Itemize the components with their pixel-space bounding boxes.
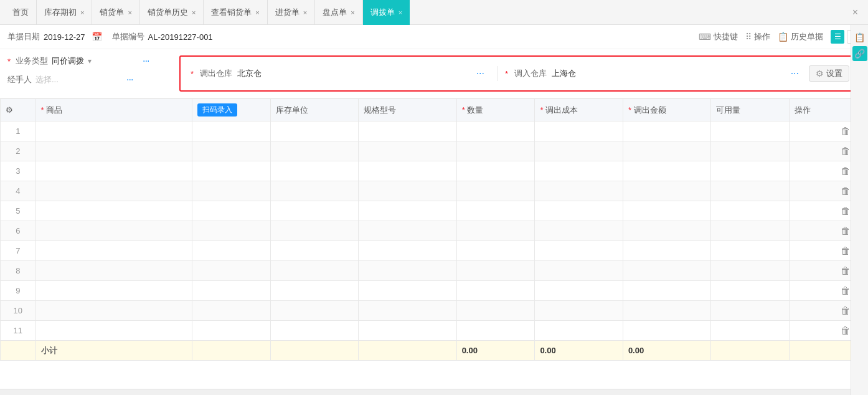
shortcuts-button[interactable]: ⌨ 快捷键 xyxy=(699,31,738,42)
row-8-qty[interactable] xyxy=(456,261,535,281)
row-6-qty[interactable] xyxy=(456,221,535,241)
tab-home[interactable]: 首页 xyxy=(5,0,37,25)
row-9-spec[interactable] xyxy=(359,281,456,301)
close-icon[interactable]: × xyxy=(128,9,131,16)
sidebar-notes-icon[interactable]: 📋 xyxy=(852,30,867,45)
delete-icon[interactable]: 🗑 xyxy=(841,226,851,237)
row-1-spec[interactable] xyxy=(359,121,456,141)
close-icon[interactable]: × xyxy=(192,9,196,16)
delete-icon[interactable]: 🗑 xyxy=(841,126,851,137)
row-3-available[interactable] xyxy=(711,161,790,181)
close-icon[interactable]: × xyxy=(399,9,402,16)
row-10-scan[interactable] xyxy=(192,301,271,321)
row-2-cost[interactable] xyxy=(535,141,623,161)
tab-inventory[interactable]: 库存期初 × xyxy=(37,0,92,25)
row-9-amount[interactable] xyxy=(623,281,711,301)
row-8-unit[interactable] xyxy=(270,261,359,281)
row-3-spec[interactable] xyxy=(359,161,456,181)
row-6-cost[interactable] xyxy=(535,221,623,241)
horizontal-scrollbar[interactable] xyxy=(0,389,868,395)
row-4-scan[interactable] xyxy=(192,181,271,201)
row-3-amount[interactable] xyxy=(623,161,711,181)
row-2-unit[interactable] xyxy=(270,141,359,161)
row-6-scan[interactable] xyxy=(192,221,271,241)
delete-icon[interactable]: 🗑 xyxy=(841,166,851,177)
handler-more-button[interactable]: ··· xyxy=(126,74,133,85)
row-8-product[interactable] xyxy=(35,261,192,281)
row-5-available[interactable] xyxy=(711,201,790,221)
actions-button[interactable]: ⠿ 操作 xyxy=(745,31,770,42)
tab-purchase[interactable]: 进货单 × xyxy=(268,0,315,25)
row-7-scan[interactable] xyxy=(192,241,271,261)
row-2-available[interactable] xyxy=(711,141,790,161)
delete-icon[interactable]: 🗑 xyxy=(841,285,851,297)
row-7-amount[interactable] xyxy=(623,241,711,261)
close-icon[interactable]: × xyxy=(255,9,259,16)
row-10-qty[interactable] xyxy=(456,301,535,321)
layout-list-icon[interactable]: ☰ xyxy=(831,30,844,44)
sidebar-link-icon[interactable]: 🔗 xyxy=(852,46,867,61)
row-4-qty[interactable] xyxy=(456,181,535,201)
row-7-unit[interactable] xyxy=(270,241,359,261)
row-11-qty[interactable] xyxy=(456,321,535,341)
row-11-product[interactable] xyxy=(35,321,192,341)
row-11-unit[interactable] xyxy=(270,321,359,341)
row-10-product[interactable] xyxy=(35,301,192,321)
row-8-available[interactable] xyxy=(711,261,790,281)
row-3-cost[interactable] xyxy=(535,161,623,181)
business-more-button[interactable]: ··· xyxy=(143,55,149,67)
row-11-scan[interactable] xyxy=(192,321,271,341)
history-button[interactable]: 📋 历史单据 xyxy=(778,31,823,42)
row-5-spec[interactable] xyxy=(359,201,456,221)
row-5-cost[interactable] xyxy=(535,201,623,221)
row-1-unit[interactable] xyxy=(270,121,359,141)
row-10-cost[interactable] xyxy=(535,301,623,321)
row-1-product[interactable] xyxy=(35,121,192,141)
row-7-qty[interactable] xyxy=(456,241,535,261)
row-1-cost[interactable] xyxy=(535,121,623,141)
row-8-cost[interactable] xyxy=(535,261,623,281)
gear-icon[interactable]: ⚙ xyxy=(6,105,13,115)
row-10-available[interactable] xyxy=(711,301,790,321)
warehouse-in-more-button[interactable]: ··· xyxy=(791,68,804,79)
row-4-spec[interactable] xyxy=(359,181,456,201)
row-1-qty[interactable] xyxy=(456,121,535,141)
row-9-product[interactable] xyxy=(35,281,192,301)
row-11-spec[interactable] xyxy=(359,321,456,341)
row-5-amount[interactable] xyxy=(623,201,711,221)
row-10-spec[interactable] xyxy=(359,301,456,321)
tab-transfer[interactable]: 调拨单 × xyxy=(363,0,410,25)
col-settings[interactable]: ⚙ xyxy=(1,99,36,121)
row-9-available[interactable] xyxy=(711,281,790,301)
row-10-unit[interactable] xyxy=(270,301,359,321)
delete-icon[interactable]: 🗑 xyxy=(841,245,851,257)
delete-icon[interactable]: 🗑 xyxy=(841,206,851,217)
tab-stocktake[interactable]: 盘点单 × xyxy=(315,0,362,25)
delete-icon[interactable]: 🗑 xyxy=(841,325,851,336)
business-select[interactable]: 同价调拨 ▾ xyxy=(52,55,139,67)
scan-button[interactable]: 扫码录入 xyxy=(197,103,237,117)
row-8-amount[interactable] xyxy=(623,261,711,281)
row-6-product[interactable] xyxy=(35,221,192,241)
row-7-cost[interactable] xyxy=(535,241,623,261)
row-2-spec[interactable] xyxy=(359,141,456,161)
warehouse-out-more-button[interactable]: ··· xyxy=(476,68,489,79)
row-2-product[interactable] xyxy=(35,141,192,161)
delete-icon[interactable]: 🗑 xyxy=(841,265,851,277)
tab-view-sales[interactable]: 查看销货单 × xyxy=(204,0,267,25)
row-6-amount[interactable] xyxy=(623,221,711,241)
row-2-scan[interactable] xyxy=(192,141,271,161)
close-icon[interactable]: × xyxy=(351,9,354,16)
row-1-amount[interactable] xyxy=(623,121,711,141)
row-2-amount[interactable] xyxy=(623,141,711,161)
row-5-qty[interactable] xyxy=(456,201,535,221)
row-10-amount[interactable] xyxy=(623,301,711,321)
row-6-unit[interactable] xyxy=(270,221,359,241)
row-6-spec[interactable] xyxy=(359,221,456,241)
row-8-spec[interactable] xyxy=(359,261,456,281)
row-9-unit[interactable] xyxy=(270,281,359,301)
row-3-product[interactable] xyxy=(35,161,192,181)
row-5-scan[interactable] xyxy=(192,201,271,221)
tab-sales[interactable]: 销货单 × xyxy=(92,0,139,25)
row-9-cost[interactable] xyxy=(535,281,623,301)
